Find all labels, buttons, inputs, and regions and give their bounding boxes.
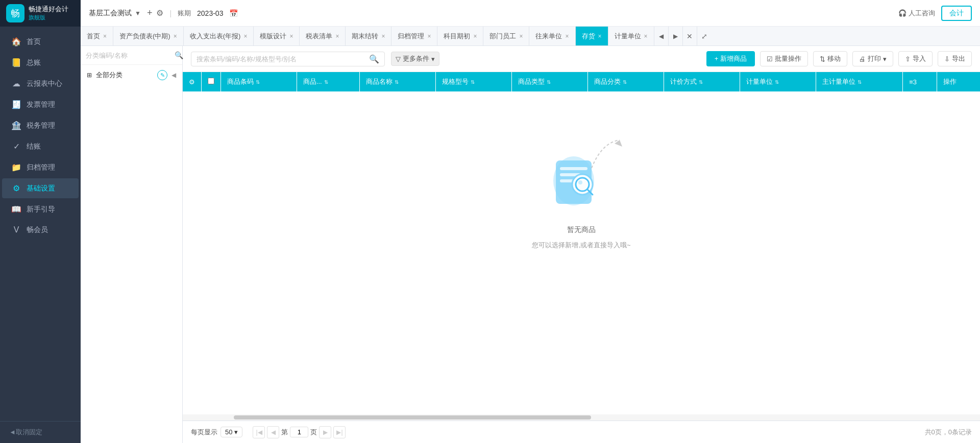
table-container: ⚙ 商品条码 ⇅ — [183, 72, 980, 414]
sidebar-item-cloud-reports[interactable]: ☁ 云报表中心 — [2, 74, 79, 94]
tab-balance-sheet[interactable]: 资产负债表(中期) × — [113, 27, 184, 46]
tab-close-icon[interactable]: × — [381, 33, 385, 39]
col-checkbox[interactable] — [202, 72, 221, 91]
category-search-icon[interactable]: 🔍 — [175, 51, 183, 59]
tab-label: 资产负债表(中期) — [119, 32, 170, 41]
next-page-btn[interactable]: ▶ — [319, 426, 331, 438]
tab-counterparty[interactable]: 往来单位 × — [529, 27, 575, 46]
first-page-btn[interactable]: |◀ — [253, 426, 265, 438]
batch-ops-btn[interactable]: ☑ 批量操作 — [760, 51, 808, 66]
sort-icon[interactable]: ⇅ — [547, 79, 551, 85]
tab-subject-init[interactable]: 科目期初 × — [437, 27, 483, 46]
tab-income-statement[interactable]: 收入支出表(年报) × — [184, 27, 254, 46]
tab-close-icon[interactable]: × — [335, 33, 339, 39]
tab-inventory[interactable]: 存货 × — [576, 27, 608, 46]
tab-department[interactable]: 部门员工 × — [483, 27, 529, 46]
tab-home[interactable]: 首页 × — [81, 27, 113, 46]
sidebar: 畅 畅捷通好会计 旗舰版 🏠 首页 📒 总账 ☁ 云报表中心 🧾 发票管理 🏦 … — [0, 0, 81, 443]
sidebar-footer-label: ◄取消固定 — [9, 428, 42, 437]
service-icon: 🎧 — [898, 9, 906, 17]
print-label: 打印 — [868, 54, 881, 63]
col3-label: ≡3 — [909, 78, 917, 86]
sidebar-item-settlement[interactable]: ✓ 结账 — [2, 136, 79, 156]
add-product-btn[interactable]: + 新增商品 — [706, 51, 755, 66]
category-collapse-icon[interactable]: ◀ — [172, 72, 176, 79]
tab-archive-mgmt[interactable]: 归档管理 × — [391, 27, 437, 46]
sidebar-collapse-btn[interactable]: ◄取消固定 — [0, 421, 81, 443]
tab-tax-return[interactable]: 税表清单 × — [300, 27, 346, 46]
page-number-input[interactable] — [290, 427, 308, 437]
move-btn[interactable]: ⇅ 移动 — [813, 51, 847, 66]
top-bar-right: 🎧 人工咨询 会计 — [898, 6, 972, 21]
sort-icon[interactable]: ⇅ — [623, 79, 627, 85]
project-selector[interactable]: 基层工会测试 ▼ — [89, 9, 141, 18]
page-size-dropdown[interactable]: 50 ▾ — [220, 427, 242, 437]
horizontal-scrollbar[interactable] — [183, 414, 980, 421]
col-spec-label: 规格型号 — [442, 77, 469, 86]
account-type-btn[interactable]: 会计 — [941, 6, 972, 21]
sidebar-item-general-ledger[interactable]: 📒 总账 — [2, 53, 79, 73]
tab-close-icon[interactable]: × — [644, 33, 648, 39]
settlement-icon: ✓ — [11, 142, 21, 151]
sidebar-item-archive[interactable]: 📁 归档管理 — [2, 157, 79, 177]
sort-icon[interactable]: ⇅ — [857, 79, 862, 85]
tab-close-icon[interactable]: × — [103, 33, 107, 39]
import-btn[interactable]: ⇧ 导入 — [898, 51, 933, 66]
tab-close-icon[interactable]: × — [289, 33, 293, 39]
member-icon: V — [11, 225, 21, 235]
sort-icon[interactable]: ⇅ — [395, 79, 399, 85]
sidebar-item-home[interactable]: 🏠 首页 — [2, 32, 79, 52]
tab-settings-btn[interactable]: ⚙ — [156, 8, 163, 18]
tab-close-icon[interactable]: × — [519, 33, 523, 39]
sidebar-item-basic-settings[interactable]: ⚙ 基础设置 — [2, 178, 79, 198]
table-header-row: ⚙ 商品条码 ⇅ — [183, 72, 980, 91]
sort-icon[interactable]: ⇅ — [324, 79, 328, 85]
tab-label: 科目期初 — [444, 32, 470, 41]
category-edit-btn[interactable]: ✎ — [157, 70, 167, 80]
archive-icon: 📁 — [11, 162, 21, 172]
settings-col-icon: ⚙ — [189, 78, 195, 86]
tab-template-design[interactable]: 模版设计 × — [254, 27, 300, 46]
tab-close-icon[interactable]: × — [243, 33, 247, 39]
prev-page-btn[interactable]: ◀ — [267, 426, 279, 438]
product-search-input[interactable] — [197, 55, 366, 63]
import-icon: ⇧ — [905, 55, 911, 63]
sort-icon[interactable]: ⇅ — [775, 79, 779, 85]
tab-measure-unit[interactable]: 计量单位 × — [608, 27, 654, 46]
filter-btn[interactable]: ▽ 更多条件 ▾ — [391, 52, 439, 66]
export-btn[interactable]: ⇩ 导出 — [938, 51, 972, 66]
tab-scroll-left-btn[interactable]: ◀ — [654, 27, 669, 46]
print-btn[interactable]: 🖨 打印 ▾ — [852, 51, 893, 66]
tab-close-icon[interactable]: × — [427, 33, 431, 39]
col-unit-label: 计量单位 — [746, 77, 773, 86]
tab-close-icon[interactable]: × — [473, 33, 477, 39]
sidebar-item-member[interactable]: V 畅会员 — [2, 220, 79, 240]
tab-expand-btn[interactable]: ⤢ — [697, 27, 712, 46]
sidebar-item-invoice[interactable]: 🧾 发票管理 — [2, 95, 79, 114]
sort-icon[interactable]: ⇅ — [699, 79, 703, 85]
all-categories-item[interactable]: ⊞ 全部分类 ✎ ◀ — [81, 65, 182, 85]
search-icon[interactable]: 🔍 — [369, 54, 379, 64]
tab-close-icon[interactable]: × — [598, 33, 602, 39]
sidebar-item-beginner-guide[interactable]: 📖 新手引导 — [2, 199, 79, 219]
tab-close-icon[interactable]: × — [565, 33, 569, 39]
tab-label: 归档管理 — [398, 32, 424, 41]
category-search-input[interactable] — [86, 52, 172, 59]
sort-icon[interactable]: ⇅ — [471, 79, 475, 85]
col-settings[interactable]: ⚙ — [183, 72, 202, 91]
tab-period-close[interactable]: 期末结转 × — [346, 27, 391, 46]
sort-icon[interactable]: ⇅ — [256, 79, 260, 85]
col-pricing-label: 计价方式 — [670, 77, 697, 86]
col-type-label: 商品类型 — [518, 77, 545, 86]
last-page-btn[interactable]: ▶| — [333, 426, 346, 438]
select-all-checkbox[interactable] — [208, 78, 214, 84]
customer-service-btn[interactable]: 🎧 人工咨询 — [898, 9, 935, 18]
move-icon: ⇅ — [820, 55, 825, 63]
tab-scroll-right-btn[interactable]: ▶ — [669, 27, 683, 46]
add-tab-btn[interactable]: + — [147, 8, 153, 18]
sidebar-item-tax[interactable]: 🏦 税务管理 — [2, 115, 79, 135]
scrollbar-thumb[interactable] — [234, 415, 591, 419]
tab-close-all-btn[interactable]: ✕ — [683, 27, 697, 46]
tab-close-icon[interactable]: × — [174, 33, 177, 39]
calendar-icon[interactable]: 📅 — [229, 9, 238, 17]
